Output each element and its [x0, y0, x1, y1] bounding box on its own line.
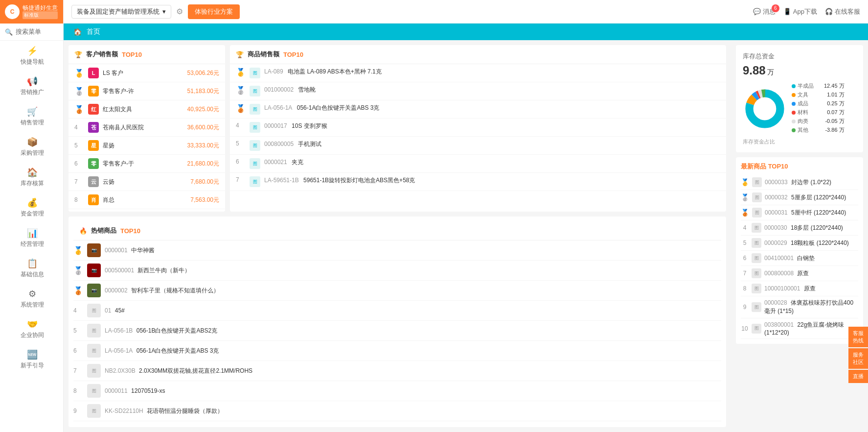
svg-point-6: [755, 99, 775, 119]
rank-num: 4: [236, 122, 246, 129]
stock-chart-label: 库存资金占比: [743, 138, 856, 145]
sidebar-item-purchase[interactable]: 📦采购管理: [0, 132, 63, 162]
hot-product-info: 0000001 中华神酱: [105, 246, 155, 255]
product-img: 图: [250, 122, 260, 133]
customer-name: LS 客户: [103, 69, 183, 77]
stock-legend: 半成品 12.45 万 文具 1.01 万 成品 0.25 万 材料 0.07 …: [792, 82, 845, 135]
hot-product-name: 45#: [115, 307, 125, 314]
hot-product-item: 🥈 📷 000500001 新西兰牛肉（新牛）: [73, 261, 721, 281]
legend-name: 文具: [798, 91, 817, 98]
item-img: 图: [752, 268, 761, 278]
sidebar-item-guide[interactable]: 🆕新手引导: [0, 344, 63, 375]
medal-icon: 🥇: [236, 68, 246, 77]
page-title: 首页: [87, 27, 100, 36]
guide-icon: 🆕: [27, 349, 38, 360]
rank-num: 10: [741, 325, 749, 332]
legend-value: 0.07 万: [822, 109, 844, 116]
hot-product-item: 🥉 📷 0000002 智利车子里（规格不知道填什么）: [73, 281, 721, 301]
product-list-item: 🥉 图 LA-056-1A 056-1A白色按键开关盖ABS 3克: [230, 100, 726, 119]
operations-icon: 📊: [27, 228, 38, 239]
hot-product-img: 图: [87, 404, 101, 418]
legend-item: 成品 0.25 万: [792, 100, 845, 107]
stock-amount-row: 9.88 万: [743, 64, 856, 77]
sidebar-item-operations[interactable]: 📊经营管理: [0, 223, 63, 253]
item-img: 图: [752, 284, 761, 293]
home-tab[interactable]: 🏠 首页: [64, 24, 868, 40]
product-list-item: 7 图 LA-59651-1B 59651-1B旋转投影灯电池盒ABS黑色+58…: [230, 173, 726, 191]
customer-list-item: 4 苍 苍南县人民医院 36,600.00元: [69, 119, 225, 137]
item-code: 0000028: [764, 299, 787, 306]
settings-icon[interactable]: ⚙: [176, 7, 183, 16]
hot-product-name: 中华神酱: [131, 247, 155, 254]
customer-amount: 53,006.26元: [187, 69, 219, 77]
hot-product-name: 12070519-xs: [131, 387, 165, 394]
system-icon: ⚙: [28, 288, 36, 299]
medal-icon: 🥇: [741, 178, 749, 186]
donut-chart: [743, 87, 787, 131]
product-code: 0000021: [264, 159, 287, 166]
newest-product-item: 4 图 0000030 18多层 (1220*2440): [741, 220, 858, 236]
marketing-icon: 📢: [27, 76, 38, 87]
sidebar-item-finance[interactable]: 💰资金管理: [0, 192, 63, 223]
sidebar-item-system[interactable]: ⚙系统管理: [0, 284, 63, 314]
sidebar-item-sales[interactable]: 🛒销售管理: [0, 101, 63, 132]
product-info: 0000021 夹克: [264, 158, 720, 167]
hot-product-info: KK-SD22110H 花语萌恒温分腿睡袋（厚款）: [105, 407, 223, 415]
customer-amount: 51,183.00元: [187, 87, 219, 96]
customer-name: 肖总: [103, 196, 186, 204]
inventory-icon: 🏠: [27, 167, 38, 178]
product-info: 0000017 10S 变刹罗猴: [264, 122, 720, 130]
hot-product-item: 8 图 0000011 12070519-xs: [73, 381, 721, 401]
hot-products-panel: 🔥 热销商品 TOP10 🥇 📷 0000001 中华神酱 🥈 📷 000500…: [69, 216, 726, 427]
hot-product-code: LA-056-1B: [105, 327, 133, 334]
hot-product-code: NB2.0X30B: [105, 367, 136, 374]
item-img: 图: [752, 324, 761, 334]
rank-num: 6: [73, 347, 83, 354]
hot-product-info: 01 45#: [105, 307, 125, 314]
app-download-button[interactable]: 📱 App下载: [783, 7, 817, 16]
medal-icon: 🥇: [73, 246, 83, 255]
product-code: 001000002: [264, 86, 294, 93]
customer-badge: 云: [88, 176, 99, 187]
sidebar-item-quick-nav[interactable]: ⚡快捷导航: [0, 41, 63, 71]
medal-icon: 🥈: [741, 193, 749, 201]
item-info: 0000030 18多层 (1220*2440): [764, 224, 843, 232]
message-button[interactable]: 💬 消息 6: [753, 7, 776, 16]
float-button-1[interactable]: 服务 社区: [848, 348, 868, 369]
customer-name: 红太阳文具: [103, 105, 183, 114]
item-img: 图: [752, 238, 761, 248]
bottom-panels: 🔥 热销商品 TOP10 🥇 📷 0000001 中华神酱 🥈 📷 000500…: [69, 216, 726, 427]
sidebar-item-cooperation[interactable]: 🤝企业协同: [0, 314, 63, 344]
hot-icon: 🔥: [79, 227, 87, 235]
rank-num: 4: [73, 307, 83, 314]
newest-product-item: 6 图 004100001 白钢垫: [741, 251, 858, 266]
stock-card: 库存总资金 9.88 万: [736, 45, 863, 152]
item-name: 原查: [804, 285, 816, 292]
hot-product-code: 0000011: [105, 387, 128, 394]
sidebar-item-basic[interactable]: 📋基础信息: [0, 253, 63, 284]
hot-product-img: 📷: [87, 264, 101, 277]
item-img: 图: [752, 192, 762, 202]
customer-name: 苍南县人民医院: [103, 123, 183, 132]
search-menu[interactable]: 🔍 搜索菜单: [0, 24, 63, 41]
sidebar-nav: ⚡快捷导航📢营销推广🛒销售管理📦采购管理🏠库存核算💰资金管理📊经营管理📋基础信息…: [0, 41, 63, 432]
product-list-item: 6 图 0000021 夹克: [230, 155, 726, 173]
float-button-0[interactable]: 客服 热线: [848, 327, 868, 347]
system-selector[interactable]: 装备及固定资产辅助管理系统 ▾: [71, 5, 171, 19]
newest-product-item: 🥇 图 0000033 封边带 (1.0*22): [741, 175, 858, 190]
product-name: 59651-1B旋转投影灯电池盒ABS黑色+58克: [303, 177, 415, 184]
hot-product-item: 6 图 LA-056-1A 056-1A白色按键开关盖ABS 3克: [73, 341, 721, 361]
float-button-2[interactable]: 直播: [848, 370, 868, 383]
item-name: 封边带 (1.0*22): [791, 179, 831, 186]
rank-num: 4: [741, 224, 749, 231]
legend-value: 0.25 万: [822, 100, 844, 107]
legend-item: 半成品 12.45 万: [792, 82, 845, 90]
item-code: 10000100001: [764, 285, 800, 292]
item-img: 图: [752, 177, 762, 187]
online-service-button[interactable]: 🎧 在线客服: [825, 7, 860, 16]
sidebar-item-inventory[interactable]: 🏠库存核算: [0, 162, 63, 192]
sidebar-item-marketing[interactable]: 📢营销推广: [0, 71, 63, 101]
trophy-icon: 🏆: [74, 51, 82, 58]
trial-button[interactable]: 体验行业方案: [188, 4, 240, 19]
hot-product-img: 图: [87, 324, 101, 337]
